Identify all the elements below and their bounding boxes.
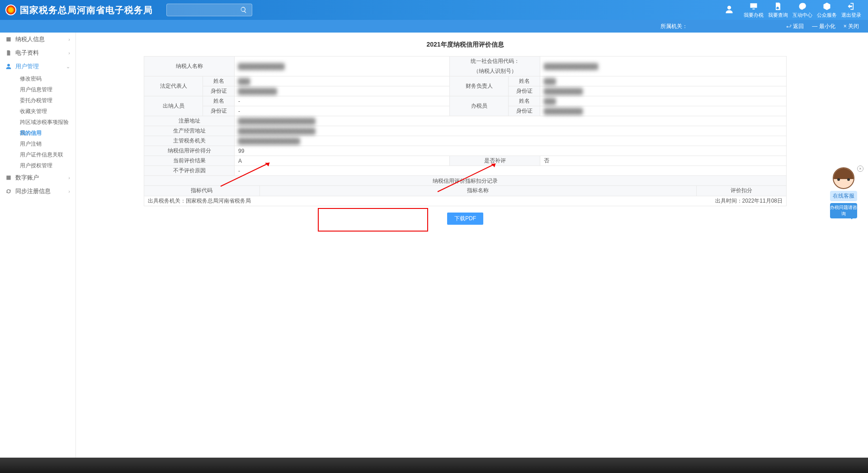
sub-bar: 所属机关： ⮐ 返回 — 最小化 × 关闭 — [0, 20, 868, 33]
sidebar-edoc[interactable]: 电子资料› — [0, 46, 75, 60]
file-icon — [5, 50, 12, 56]
val-cashier-name: - — [235, 96, 450, 106]
col-name: 指标名称 — [259, 186, 696, 196]
val-uscc: ██████████████ — [540, 57, 787, 76]
deduct-section-title: 纳税信用评价指标扣分记录 — [144, 176, 787, 186]
sidebar-sync-reg[interactable]: 同步注册信息› — [0, 184, 75, 198]
nav-query[interactable]: 我要查询 — [766, 0, 790, 20]
issuer: 出具税务机关：国家税务总局河南省税务局 — [148, 197, 251, 205]
sidebar-taxpayer-info[interactable]: 纳税人信息› — [0, 33, 75, 46]
val-finance-name: ███ — [540, 76, 787, 86]
user-icon — [5, 63, 12, 70]
val-taxpayer-name: ████████████ — [235, 57, 450, 76]
lbl-id: 身份证 — [509, 106, 540, 116]
lbl-name: 姓名 — [203, 96, 235, 106]
lbl-uscc-sub: （纳税人识别号） — [450, 66, 540, 76]
val-supplement: 否 — [540, 156, 787, 166]
chevron-right-icon: › — [68, 189, 70, 194]
lbl-uscc: 统一社会信用代码： — [450, 57, 540, 66]
cube-icon — [822, 2, 831, 11]
sidebar: 纳税人信息› 电子资料› 用户管理⌄ 修改密码 用户信息管理 委托办税管理 收藏… — [0, 33, 76, 473]
sidebar-item-cert-link[interactable]: 用户证件信息关联 — [0, 149, 75, 160]
lbl-name: 姓名 — [509, 96, 540, 106]
lbl-score: 纳税信用评价得分 — [144, 146, 235, 156]
lbl-id: 身份证 — [509, 86, 540, 96]
val-score: 99 — [235, 146, 787, 156]
col-deduct: 评价扣分 — [697, 186, 787, 196]
service-subtitle: 办税问题请咨询 — [830, 203, 857, 218]
sidebar-item-auth-mgmt[interactable]: 用户授权管理 — [0, 160, 75, 171]
lbl-agent: 办税员 — [450, 96, 509, 116]
os-taskbar[interactable] — [0, 458, 868, 473]
sidebar-item-user-cancel[interactable]: 用户注销 — [0, 138, 75, 149]
nav-logout[interactable]: 退出登录 — [839, 0, 863, 20]
lbl-finance: 财务负责人 — [450, 76, 509, 96]
minimize-link[interactable]: — 最小化 — [812, 23, 835, 30]
doc-icon — [5, 36, 12, 43]
button-row: 下载PDF — [144, 213, 787, 225]
back-link[interactable]: ⮐ 返回 — [786, 23, 804, 30]
top-header: 国家税务总局河南省电子税务局 我要办税 我要查询 互动中心 公众服务 退出登录 — [0, 0, 868, 20]
search-icon — [240, 6, 247, 14]
nav-user[interactable] — [717, 0, 741, 20]
sidebar-user-mgmt[interactable]: 用户管理⌄ — [0, 60, 75, 73]
chevron-right-icon: › — [68, 37, 70, 42]
lbl-reg-addr: 注册地址 — [144, 116, 235, 126]
chevron-right-icon: › — [68, 175, 70, 180]
customer-service-widget[interactable]: × 在线客服 办税问题请咨询 — [830, 167, 857, 218]
wallet-icon — [5, 175, 12, 181]
val-legal-name: ███ — [235, 76, 450, 86]
user-icon — [725, 5, 734, 14]
val-no-eval: - — [235, 166, 787, 176]
logout-icon — [847, 2, 856, 11]
sidebar-item-cross-region[interactable]: 跨区域涉税事项报验用... — [0, 117, 75, 128]
sidebar-item-change-pwd[interactable]: 修改密码 — [0, 73, 75, 84]
sidebar-item-user-info[interactable]: 用户信息管理 — [0, 84, 75, 95]
val-tax-auth: ████████████████ — [235, 136, 787, 146]
app-title: 国家税务总局河南省电子税务局 — [20, 4, 153, 16]
lbl-tax-auth: 主管税务机关 — [144, 136, 235, 146]
lbl-id: 身份证 — [203, 106, 235, 116]
lbl-cashier: 出纳人员 — [144, 96, 203, 116]
monitor-icon — [749, 2, 758, 11]
val-agent-name: ███ — [540, 96, 787, 106]
close-link[interactable]: × 关闭 — [844, 23, 859, 30]
file-search-icon — [774, 2, 783, 11]
lbl-biz-addr: 生产经营地址 — [144, 126, 235, 136]
sidebar-item-favorites[interactable]: 收藏夹管理 — [0, 106, 75, 117]
org-label: 所属机关： — [660, 23, 688, 30]
header-nav: 我要办税 我要查询 互动中心 公众服务 退出登录 — [717, 0, 863, 20]
nav-public[interactable]: 公众服务 — [815, 0, 839, 20]
sidebar-item-delegate[interactable]: 委托办税管理 — [0, 95, 75, 106]
chat-icon — [798, 2, 807, 11]
lbl-supplement: 是否补评 — [450, 156, 540, 166]
nav-tax[interactable]: 我要办税 — [741, 0, 766, 20]
close-icon[interactable]: × — [857, 166, 863, 172]
val-biz-addr: ████████████████████ — [235, 126, 787, 136]
lbl-legal: 法定代表人 — [144, 76, 203, 96]
lbl-taxpayer-name: 纳税人名称 — [144, 57, 235, 76]
lbl-id: 身份证 — [203, 86, 235, 96]
search-input[interactable] — [166, 4, 252, 16]
val-finance-id: ██████████ — [540, 86, 787, 96]
sidebar-item-my-credit[interactable]: 我的信用 — [0, 128, 75, 138]
chevron-down-icon: ⌄ — [66, 64, 70, 70]
lbl-name: 姓名 — [509, 76, 540, 86]
nav-interact[interactable]: 互动中心 — [790, 0, 815, 20]
val-reg-addr: ████████████████████ — [235, 116, 787, 126]
avatar-icon — [833, 167, 854, 189]
val-agent-id: ██████████ — [540, 106, 787, 116]
service-title: 在线客服 — [830, 191, 857, 201]
sidebar-digital-acct[interactable]: 数字账户› — [0, 171, 75, 184]
lbl-name: 姓名 — [203, 76, 235, 86]
lbl-result: 当前评价结果 — [144, 156, 235, 166]
val-cashier-id: - — [235, 106, 450, 116]
chevron-right-icon: › — [68, 50, 70, 56]
col-code: 指标代码 — [144, 186, 260, 196]
emblem-icon — [5, 5, 16, 15]
main-content: 2021年度纳税信用评价信息 纳税人名称 ████████████ 统一社会信用… — [76, 33, 868, 473]
footer-row: 出具税务机关：国家税务总局河南省税务局 出具时间：2022年11月08日 — [144, 196, 787, 206]
val-result: A — [235, 156, 450, 166]
download-pdf-button[interactable]: 下载PDF — [447, 213, 483, 225]
lbl-no-eval: 不予评价原因 — [144, 166, 235, 176]
